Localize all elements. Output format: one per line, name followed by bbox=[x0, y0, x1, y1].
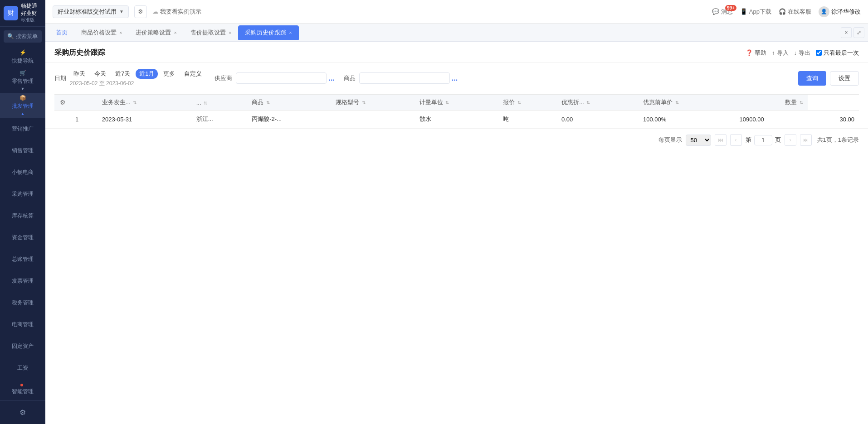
sidebar: 财 畅捷通好业财 标准版 🔍 搜索菜单 ⚡ 快捷导航 🛒 零售管理 ▼ 📦 批发… bbox=[0, 0, 45, 424]
product-filter: 商品 ... bbox=[344, 72, 458, 84]
th-date-label: 业务发生... bbox=[102, 99, 131, 106]
message-icon: 💬 bbox=[712, 8, 719, 15]
sidebar-item-sales[interactable]: 销售管理 bbox=[0, 140, 45, 161]
search-icon: 🔍 bbox=[7, 33, 14, 39]
sidebar-item-finance[interactable]: 资金管理 bbox=[0, 226, 45, 248]
sidebar-item-purchase[interactable]: 采购管理 bbox=[0, 183, 45, 205]
settings-button[interactable]: 设置 bbox=[830, 71, 859, 86]
message-button[interactable]: 💬 消息 99+ bbox=[712, 8, 733, 16]
tabbar: 首页 商品价格设置 × 进价策略设置 × 售价提取设置 × 采购历史价跟踪 × … bbox=[45, 24, 868, 42]
salary-label: 工资 bbox=[17, 364, 28, 372]
tab-sell-price[interactable]: 售价提取设置 × bbox=[184, 25, 238, 40]
tab-purchase-history[interactable]: 采购历史价跟踪 × bbox=[238, 25, 298, 40]
date-opt-7days[interactable]: 近7天 bbox=[112, 69, 134, 79]
td-index: 1 bbox=[71, 111, 98, 128]
sort-icon3: ⇅ bbox=[266, 100, 270, 105]
chevron-down-icon: ▼ bbox=[21, 87, 25, 91]
filter-area: 日期 昨天 今天 近7天 近1月 更多 自定义 2023-05-02 至 202… bbox=[45, 63, 868, 94]
sidebar-item-inventory[interactable]: 库存核算 bbox=[0, 205, 45, 226]
sidebar-item-ecommerce[interactable]: 电商管理 bbox=[0, 313, 45, 335]
tab-home[interactable]: 首页 bbox=[49, 25, 74, 40]
only-last-checkbox[interactable] bbox=[816, 50, 822, 56]
sidebar-item-ledger[interactable]: 总账管理 bbox=[0, 248, 45, 270]
import-link[interactable]: ↑ 导入 bbox=[772, 49, 789, 57]
user-name: 徐泽华修改 bbox=[831, 8, 861, 16]
date-opt-today[interactable]: 今天 bbox=[91, 69, 110, 79]
tab-purchase-history-close[interactable]: × bbox=[289, 30, 292, 35]
sidebar-item-retail[interactable]: 🛒 零售管理 ▼ bbox=[0, 68, 45, 93]
td-quantity: 30.00 bbox=[808, 111, 859, 128]
sidebar-gear-button[interactable]: ⚙ bbox=[16, 405, 29, 420]
th-unit[interactable]: 计量单位 ⇅ bbox=[415, 95, 499, 111]
page-number-input[interactable] bbox=[754, 135, 772, 145]
date-opt-custom[interactable]: 自定义 bbox=[180, 69, 205, 79]
sidebar-search-button[interactable]: 🔍 搜索菜单 bbox=[4, 30, 42, 43]
sidebar-search-area: 🔍 搜索菜单 bbox=[0, 27, 45, 46]
th-quantity[interactable]: 数量 ⇅ bbox=[735, 95, 808, 111]
supplier-input[interactable] bbox=[236, 72, 327, 84]
tab-expand-button[interactable]: ⤢ bbox=[853, 27, 864, 38]
help-link[interactable]: ❓ 帮助 bbox=[746, 49, 766, 57]
settings-icon: ⚙ bbox=[138, 8, 143, 15]
sidebar-item-invoice[interactable]: 发票管理 bbox=[0, 270, 45, 292]
chevron-up-icon: ▲ bbox=[21, 111, 25, 116]
table-row: 1 2023-05-31 浙江... 丙烯酸-2-... 散水 吨 0.00 1… bbox=[54, 111, 859, 128]
td-price: 0.00 bbox=[557, 111, 639, 128]
th-discount[interactable]: 优惠折... ⇅ bbox=[557, 95, 639, 111]
th-col3[interactable]: ... ⇅ bbox=[192, 95, 248, 111]
sidebar-item-wholesale[interactable]: 📦 批发管理 ▲ bbox=[0, 93, 45, 118]
last-page-button[interactable]: ⏭ bbox=[800, 134, 812, 146]
tab-collapse-button[interactable]: × bbox=[841, 27, 852, 38]
th-spec[interactable]: 规格型号 ⇅ bbox=[331, 95, 415, 111]
first-page-button[interactable]: ⏮ bbox=[715, 134, 727, 146]
topbar-settings-button[interactable]: ⚙ bbox=[134, 5, 147, 18]
query-button[interactable]: 查询 bbox=[798, 71, 826, 86]
sidebar-quick-nav[interactable]: ⚡ 快捷导航 bbox=[0, 46, 45, 68]
tab-sell-price-close[interactable]: × bbox=[229, 30, 231, 35]
tab-purchase-strategy-close[interactable]: × bbox=[174, 30, 176, 35]
prev-page-button[interactable]: ‹ bbox=[730, 134, 742, 146]
total-info: 共1页，1条记录 bbox=[817, 136, 859, 144]
supplier-ellipsis-button[interactable]: ... bbox=[328, 74, 334, 82]
gear-icon[interactable]: ⚙ bbox=[60, 99, 66, 106]
product-ellipsis-button[interactable]: ... bbox=[452, 74, 458, 82]
per-page-select[interactable]: 50 20 100 bbox=[686, 135, 711, 146]
sidebar-item-marketing[interactable]: 营销推广 bbox=[0, 118, 45, 140]
date-range-display: 2023-05-02 至 2023-06-02 bbox=[70, 80, 205, 87]
tab-purchase-strategy[interactable]: 进价策略设置 × bbox=[129, 25, 183, 40]
only-last-checkbox-label[interactable]: 只看最后一次 bbox=[816, 49, 859, 57]
sidebar-item-smart[interactable]: 智能管理 bbox=[0, 379, 45, 400]
logo-icon: 财 bbox=[4, 6, 18, 20]
tab-product-price[interactable]: 商品价格设置 × bbox=[74, 25, 129, 40]
demo-link[interactable]: ☁ 我要看实例演示 bbox=[152, 8, 201, 16]
th-unit-price[interactable]: 优惠前单价 ⇅ bbox=[639, 95, 735, 111]
user-menu[interactable]: 👤 徐泽华修改 bbox=[819, 6, 861, 17]
online-service-link[interactable]: 🎧 在线客服 bbox=[779, 8, 811, 16]
product-input[interactable] bbox=[359, 72, 450, 84]
date-opt-more[interactable]: 更多 bbox=[160, 69, 179, 79]
supplier-filter-label: 供应商 bbox=[215, 74, 232, 82]
date-opt-1month[interactable]: 近1月 bbox=[136, 69, 158, 79]
export-link[interactable]: ↓ 导出 bbox=[794, 49, 811, 57]
export-icon: ↓ bbox=[794, 49, 797, 56]
th-product[interactable]: 商品 ⇅ bbox=[247, 95, 331, 111]
data-table: ⚙ 业务发生... ⇅ ... ⇅ 商品 ⇅ bbox=[54, 94, 859, 128]
sidebar-item-ecommerce-small[interactable]: 小畅电商 bbox=[0, 161, 45, 183]
app-download-link[interactable]: 📱 App下载 bbox=[740, 8, 771, 16]
th-date[interactable]: 业务发生... ⇅ bbox=[98, 95, 192, 111]
help-icon: ❓ bbox=[746, 49, 753, 56]
filter-actions: 查询 设置 bbox=[798, 71, 859, 86]
th-index bbox=[71, 95, 98, 111]
th-price[interactable]: 报价 ⇅ bbox=[498, 95, 557, 111]
version-selector[interactable]: 好业财标准版交付试用 ▼ bbox=[53, 5, 129, 18]
sidebar-item-tax[interactable]: 税务管理 bbox=[0, 292, 45, 313]
help-label: 帮助 bbox=[755, 49, 766, 57]
td-unit: 散水 bbox=[415, 111, 499, 128]
sidebar-item-salary[interactable]: 工资 bbox=[0, 357, 45, 379]
next-page-button[interactable]: › bbox=[785, 134, 796, 146]
date-opt-yesterday[interactable]: 昨天 bbox=[70, 69, 89, 79]
ecommerce-small-label: 小畅电商 bbox=[12, 169, 34, 176]
purchase-label: 采购管理 bbox=[12, 190, 34, 198]
sidebar-item-fixed-assets[interactable]: 固定资产 bbox=[0, 335, 45, 357]
tab-product-price-close[interactable]: × bbox=[119, 30, 122, 35]
